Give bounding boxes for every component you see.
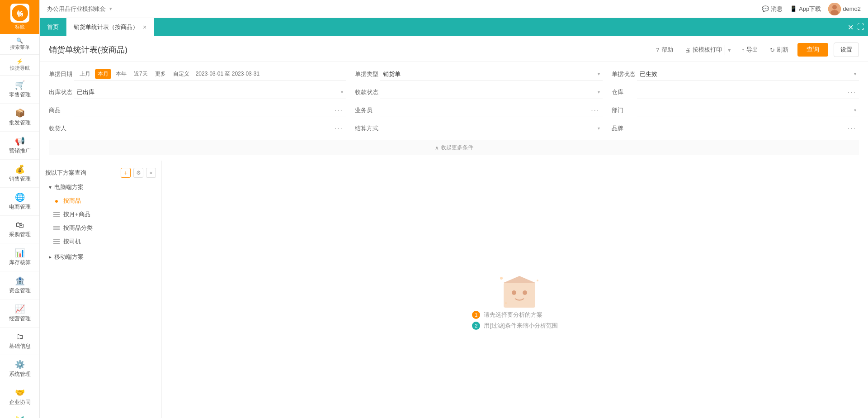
sidebar-item-purchase[interactable]: 🛍 采购管理: [0, 216, 39, 243]
date-tab-7days[interactable]: 近7天: [131, 69, 151, 79]
refresh-button[interactable]: ↻ 刷新: [766, 44, 792, 56]
sidebar-quicknav[interactable]: ⚡ 快捷导航: [0, 55, 39, 76]
filter-date: 单据日期 上月 本月 本年 近7天 更多 自定义 2023-03-01 至 20…: [49, 67, 346, 81]
sidebar-search[interactable]: 🔍 帮助 搜索菜单: [0, 34, 39, 55]
sidebar-item-inventory[interactable]: 📊 库存核算: [0, 243, 39, 271]
tree-sub-item-by-month-goods[interactable]: 按月+商品: [47, 208, 161, 221]
filter-warehouse: 仓库 ···: [612, 86, 859, 99]
out-status-control[interactable]: 已出库 ▾: [74, 86, 346, 99]
sidebar-item-basic[interactable]: 🗂 基础信息: [0, 328, 39, 355]
query-button[interactable]: 查询: [797, 43, 828, 57]
warehouse-control[interactable]: ···: [637, 86, 859, 99]
tree-sub-item-by-goods[interactable]: ● 按商品: [47, 194, 161, 208]
message-button[interactable]: 💬 消息: [762, 5, 783, 13]
tab-home[interactable]: 首页: [40, 18, 66, 36]
retail-icon: 🛒: [0, 80, 39, 90]
sidebar-item-ecommerce[interactable]: 🌐 电商管理: [0, 188, 39, 216]
tree-sub-item-by-driver[interactable]: 按司机: [47, 235, 161, 248]
guide-icon: 🔰: [0, 416, 39, 418]
dept-control[interactable]: ▾: [637, 104, 859, 117]
topbar-right: 💬 消息 📱 App下载 demo2: [762, 3, 861, 15]
payment-control[interactable]: ▾: [380, 122, 603, 135]
export-button[interactable]: ↑ 导出: [739, 44, 761, 56]
panel-collapse-btn[interactable]: «: [146, 168, 156, 178]
filter-payment: 结算方式 ▾: [355, 122, 603, 135]
salesman-control[interactable]: ···: [380, 104, 603, 117]
receiver-control[interactable]: ···: [74, 122, 346, 135]
date-range: 2023-03-01 至 2023-03-31: [196, 70, 259, 78]
by-goods-label: 按商品: [63, 197, 81, 205]
logo-text: 标账: [15, 24, 25, 30]
sidebar-item-retail[interactable]: 🛒 零售管理: [0, 76, 39, 104]
empty-step-2: 2 用[过滤]条件来缩小分析范围: [472, 322, 557, 330]
help-button[interactable]: ? 帮助: [652, 44, 676, 56]
content-area: 销货单统计表(按商品) ? 帮助 🖨 按模板打印 ▾: [40, 36, 868, 418]
industry-label: 办公用品行业模拟账套: [47, 5, 106, 13]
pc-tree-children: ● 按商品 按月+商品: [40, 194, 161, 248]
receiver-label: 收货人: [49, 124, 74, 133]
inventory-icon: 📊: [0, 248, 39, 258]
tree-sub-item-by-category[interactable]: 按商品分类: [47, 221, 161, 235]
goods-control[interactable]: ···: [74, 104, 346, 117]
logo-button[interactable]: 畅 标账: [0, 0, 39, 34]
sidebar-item-operations[interactable]: 📈 经营管理: [0, 299, 39, 328]
sidebar-item-enterprise[interactable]: 🤝 企业协同: [0, 383, 39, 411]
svg-rect-12: [53, 241, 60, 242]
settings-button[interactable]: 设置: [834, 43, 859, 57]
export-icon: ↑: [742, 47, 745, 53]
collect-status-control[interactable]: ▾: [380, 86, 603, 99]
panel-title: 按以下方案查询: [45, 169, 86, 177]
pc-tree-chevron: ▾: [49, 184, 52, 190]
filter-row-2: 出库状态 已出库 ▾ 收款状态 ▾: [49, 86, 859, 99]
panel-settings-btn[interactable]: ⚙: [133, 168, 143, 178]
collect-status-label: 收款状态: [355, 88, 380, 96]
date-tab-last-month[interactable]: 上月: [77, 69, 93, 79]
svg-rect-5: [53, 212, 60, 213]
sidebar-item-sales[interactable]: 💰 销售管理: [0, 160, 39, 188]
by-driver-icon: [52, 238, 61, 246]
sidebar-item-finance[interactable]: 🏦 资金管理: [0, 271, 39, 299]
svg-rect-6: [53, 214, 60, 215]
doc-type-control[interactable]: 销货单 ▾: [380, 67, 603, 81]
filter-doc-status: 单据状态 已生效 ▾: [612, 67, 859, 81]
print-button[interactable]: 🖨 按模板打印: [682, 44, 725, 56]
export-button-group: ↑ 导出: [739, 44, 761, 56]
date-tab-more[interactable]: 更多: [152, 69, 169, 79]
date-tab-this-month[interactable]: 本月: [95, 69, 111, 79]
tab-close-window-icon[interactable]: ✕: [848, 23, 854, 32]
tab-report[interactable]: 销货单统计表（按商品） ×: [66, 18, 154, 36]
mobile-tree-chevron: ▸: [49, 254, 52, 260]
app-download-button[interactable]: 📱 App下载: [790, 5, 821, 13]
doc-type-chevron: ▾: [598, 71, 600, 76]
date-tab-custom[interactable]: 自定义: [170, 69, 192, 79]
svg-point-16: [512, 290, 516, 295]
sidebar-item-guide[interactable]: 🔰 新手引导: [0, 411, 39, 418]
doc-status-control[interactable]: 已生效 ▾: [637, 67, 859, 81]
print-dropdown-arrow[interactable]: ▾: [725, 45, 734, 55]
filter-row-1: 单据日期 上月 本月 本年 近7天 更多 自定义 2023-03-01 至 20…: [49, 67, 859, 81]
sidebar-item-wholesale[interactable]: 📦 批发管理: [0, 104, 39, 132]
svg-rect-11: [53, 239, 60, 240]
panel-add-btn[interactable]: +: [121, 168, 131, 178]
tab-maximize-icon[interactable]: ⛶: [857, 23, 864, 31]
collapse-icon: ∧: [435, 145, 439, 151]
date-control[interactable]: 上月 本月 本年 近7天 更多 自定义 2023-03-01 至 2023-03…: [74, 67, 346, 81]
tree-item-pc[interactable]: ▾ 电脑端方案: [40, 180, 161, 194]
payment-label: 结算方式: [355, 124, 380, 133]
tree-item-mobile[interactable]: ▸ 移动端方案: [40, 250, 161, 264]
svg-point-19: [537, 280, 538, 281]
collapse-bar[interactable]: ∧ 收起更多条件: [49, 140, 859, 155]
dept-label: 部门: [612, 106, 637, 114]
user-menu[interactable]: demo2: [828, 3, 861, 15]
left-panel: 按以下方案查询 + ⚙ « ▾ 电脑端方案 ●: [40, 161, 162, 418]
sidebar-item-system[interactable]: ⚙️ 系统管理: [0, 355, 39, 383]
sidebar-item-marketing[interactable]: 📢 营销推广: [0, 132, 39, 160]
date-tab-this-year[interactable]: 本年: [113, 69, 129, 79]
tab-close-icon[interactable]: ×: [143, 24, 146, 31]
receiver-dots-icon: ···: [335, 124, 343, 133]
username: demo2: [843, 5, 861, 12]
right-content: 1 请先选择要分析的方案 2 用[过滤]条件来缩小分析范围: [162, 161, 868, 418]
industry-dropdown-icon[interactable]: ▾: [109, 6, 112, 12]
brand-control[interactable]: ···: [637, 122, 859, 135]
by-driver-label: 按司机: [63, 238, 81, 246]
